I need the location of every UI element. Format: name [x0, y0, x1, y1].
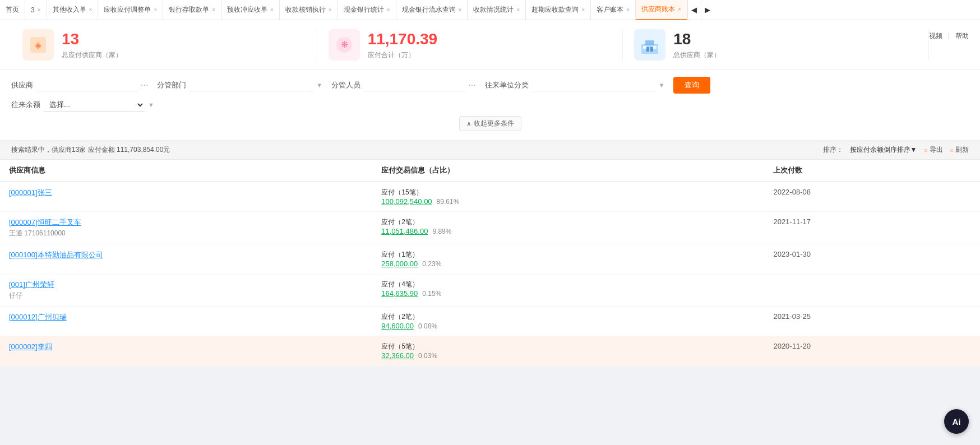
close-icon[interactable]: ×: [459, 7, 462, 13]
card-total-suppliers: 18 总供应商（家）: [623, 29, 929, 61]
collapse-button[interactable]: ∧ 收起更多条件: [459, 116, 521, 131]
table-row: [000100]本特勤油品有限公司应付（1笔）258,000.000.23%20…: [0, 244, 980, 274]
last-pay-date: 2022-08-08: [773, 188, 811, 196]
supplier-link[interactable]: [000007]恒旺二手叉车: [9, 218, 81, 226]
pay-amount-link[interactable]: 11,051,486.00: [381, 227, 428, 235]
collapse-arrow-icon: ∧: [466, 120, 471, 128]
category-label: 往来单位分类: [485, 80, 529, 90]
nav-tab-overdue-label: 超期应收款查询: [531, 5, 579, 15]
svg-rect-6: [646, 47, 649, 52]
total-payable-suppliers-label: 总应付供应商（家）: [62, 50, 122, 60]
pay-info-cell: 应付（5笔）32,366.000.03%: [372, 336, 764, 366]
balance-select[interactable]: 选择...: [44, 98, 145, 112]
nav-tab-bank-deposit-label: 银行存取款单: [169, 5, 209, 15]
top-right-links: 视频 | 帮助: [929, 29, 969, 61]
close-icon[interactable]: ×: [516, 7, 520, 13]
svg-rect-9: [653, 46, 657, 49]
supplier-table: 供应商信息 应付交易信息（占比） 上次付数 [000001]张三应付（15笔）1…: [0, 160, 980, 366]
pay-amount-link[interactable]: 94,600.00: [381, 322, 414, 330]
refresh-button[interactable]: ○ 刷新: [950, 145, 969, 155]
separator: |: [948, 31, 950, 39]
supplier-link[interactable]: [000002]李四: [9, 342, 52, 351]
nav-tab-cash-bank-stat[interactable]: 现金银行统计 ×: [338, 0, 396, 20]
nav-tab-home[interactable]: 首页: [0, 0, 25, 20]
nav-scroll-right[interactable]: ▶: [701, 0, 714, 20]
payable-amount-icon: ❋: [329, 29, 360, 61]
last-pay-date: 2021-03-25: [773, 312, 811, 321]
last-pay-cell: 2023-01-30: [764, 244, 980, 274]
close-icon[interactable]: ×: [387, 7, 390, 13]
card2-content: 11,170.39 应付合计（万）: [368, 30, 438, 61]
last-pay-date: 2021-11-17: [773, 217, 811, 226]
header-last-pay: 上次付数: [764, 160, 980, 182]
supplier-input[interactable]: [36, 79, 137, 91]
last-pay-cell: 2021-03-25: [764, 307, 980, 336]
supplier-link[interactable]: [000100]本特勤油品有限公司: [9, 251, 103, 259]
nav-tab-other-income[interactable]: 其他收入单 ×: [47, 0, 99, 20]
dept-dropdown-icon[interactable]: ▼: [316, 82, 322, 89]
pay-pct: 0.03%: [418, 352, 437, 360]
supplier-link[interactable]: [000001]张三: [9, 188, 52, 197]
nav-tab-3[interactable]: 3 ×: [25, 0, 47, 20]
svg-rect-8: [643, 46, 646, 49]
nav-tab-overdue[interactable]: 超期应收款查询 ×: [526, 0, 591, 20]
nav-tab-cash-flow[interactable]: 现金银行流水查询 ×: [396, 0, 468, 20]
pay-label: 应付（2笔）: [381, 217, 755, 227]
nav-tab-receipt-stat[interactable]: 收款情况统计 ×: [468, 0, 526, 20]
pay-label: 应付（2笔）: [381, 312, 755, 322]
close-icon[interactable]: ×: [212, 7, 215, 13]
search-button[interactable]: 查询: [673, 77, 710, 94]
close-icon[interactable]: ×: [626, 7, 630, 13]
person-dots[interactable]: ···: [468, 80, 475, 90]
supplier-dots[interactable]: ···: [141, 80, 148, 90]
nav-tab-payment-exec[interactable]: 收款核销执行 ×: [280, 0, 338, 20]
total-suppliers-num: 18: [673, 30, 720, 49]
close-icon[interactable]: ×: [581, 7, 585, 13]
nav-tab-prepay[interactable]: 预收冲应收单 ×: [221, 0, 280, 20]
nav-tab-supplier-book[interactable]: 供应商账本 ×: [636, 0, 687, 20]
pay-pct: 89.61%: [437, 198, 460, 206]
close-icon[interactable]: ×: [154, 7, 157, 13]
pay-info-cell: 应付（15笔）100,092,540.0089.61%: [372, 182, 764, 212]
header-supplier-info: 供应商信息: [0, 160, 372, 182]
table-row: [001]广州荣轩仔仔应付（4笔）164,635.900.15%: [0, 274, 980, 307]
svg-text:◈: ◈: [35, 40, 42, 50]
data-table-area: 供应商信息 应付交易信息（占比） 上次付数 [000001]张三应付（15笔）1…: [0, 160, 980, 366]
results-bar: 搜索结果中，供应商13家 应付金额 111,703,854.00元 排序： 按应…: [0, 141, 980, 160]
pay-pct: 0.23%: [422, 260, 441, 268]
close-icon[interactable]: ×: [38, 7, 41, 13]
export-button[interactable]: ○ 导出: [924, 145, 943, 155]
category-input[interactable]: [532, 79, 655, 91]
supplier-cell: [000100]本特勤油品有限公司: [0, 244, 372, 274]
pay-amount-link[interactable]: 258,000.00: [381, 259, 418, 268]
video-link[interactable]: 视频: [929, 31, 942, 41]
pay-amount-link[interactable]: 164,635.90: [381, 289, 418, 298]
pay-amount-link[interactable]: 32,366.00: [381, 351, 414, 360]
dept-input[interactable]: [189, 79, 313, 91]
close-icon[interactable]: ×: [89, 7, 93, 13]
nav-scroll-left[interactable]: ◀: [687, 0, 701, 20]
category-filter: 往来单位分类 ▼: [485, 79, 665, 91]
pay-amount-link[interactable]: 100,092,540.00: [381, 197, 432, 206]
help-link[interactable]: 帮助: [955, 31, 969, 41]
supplier-link[interactable]: [001]广州荣轩: [9, 280, 54, 289]
close-icon[interactable]: ×: [329, 7, 332, 13]
top-navigation: 首页 3 × 其他收入单 × 应收应付调整单 × 银行存取款单 × 预收冲应收单…: [0, 0, 980, 20]
balance-dropdown-icon[interactable]: ▼: [148, 101, 154, 108]
sort-value[interactable]: 按应付余额倒序排序▼: [850, 145, 917, 155]
person-input[interactable]: [364, 79, 465, 91]
supplier-link[interactable]: [000012]广州贝瑞: [9, 313, 67, 321]
nav-tab-adjust[interactable]: 应收应付调整单 ×: [98, 0, 163, 20]
pay-info-cell: 应付（2笔）11,051,486.009.89%: [372, 212, 764, 244]
card-total-payable-suppliers: ◈ 13 总应付供应商（家）: [11, 29, 317, 61]
nav-tab-customer-book[interactable]: 客户账本 ×: [591, 0, 636, 20]
close-icon[interactable]: ×: [270, 7, 274, 13]
pay-label: 应付（15笔）: [381, 188, 755, 197]
supplier-cell: [000012]广州贝瑞: [0, 307, 372, 336]
nav-tab-bank-deposit[interactable]: 银行存取款单 ×: [163, 0, 221, 20]
pay-pct: 9.89%: [432, 228, 451, 235]
last-pay-cell: 2020-11-20: [764, 336, 980, 366]
category-dropdown-icon[interactable]: ▼: [659, 82, 665, 89]
pay-label: 应付（4笔）: [381, 280, 755, 289]
close-icon[interactable]: ×: [678, 6, 681, 12]
